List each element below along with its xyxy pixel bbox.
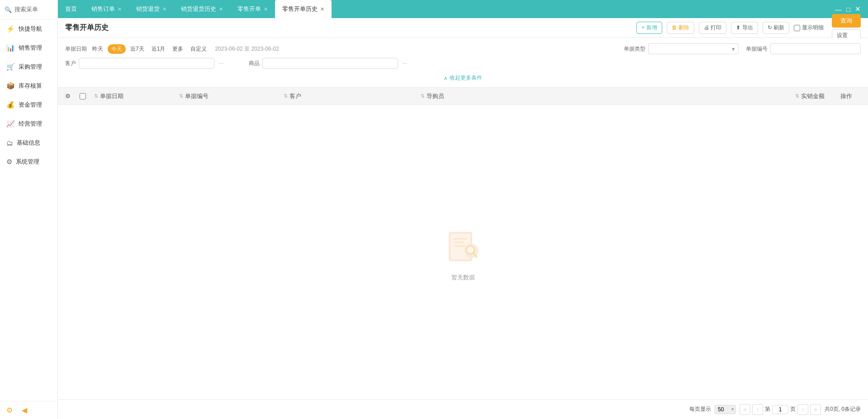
date-filter: 单据日期 昨天今天近7天近1月更多自定义 2023-06-02 至 2023-0… (65, 44, 279, 54)
th-date-label: 单据日期 (100, 92, 123, 100)
tab-retail-open[interactable]: 零售开单✕ (230, 0, 275, 18)
date-buttons: 昨天今天近7天近1月更多自定义 (90, 44, 209, 54)
th-num-label: 单据编号 (185, 92, 209, 100)
close-btn[interactable]: ✕ (855, 5, 861, 13)
page-nav: « ‹ 第 页 › » (740, 404, 821, 415)
tab-label-retail-open-history: 零售开单历史 (282, 5, 318, 13)
search-icon: 🔍 (5, 6, 12, 13)
show-detail-label[interactable]: 显示明细 (794, 24, 824, 32)
date-btn-last1m[interactable]: 近1月 (149, 44, 168, 54)
tab-label-retail-open: 零售开单 (237, 5, 261, 13)
tab-close-sales-return-history[interactable]: ✕ (219, 6, 223, 12)
sidebar-item-inventory[interactable]: 📦库存核算 (0, 76, 57, 95)
sort-customer-icon[interactable]: ⇅ (284, 93, 288, 99)
order-num-filter: 单据编号 (746, 43, 861, 54)
maximize-btn[interactable]: □ (846, 5, 850, 13)
sidebar-item-quick-nav[interactable]: ⚡快捷导航 (0, 19, 57, 38)
tab-sales-order[interactable]: 销售订单✕ (84, 0, 129, 18)
svg-rect-2 (453, 238, 467, 240)
page-input[interactable] (772, 405, 788, 414)
sidebar-item-finance[interactable]: 💰资金管理 (0, 95, 57, 114)
th-check[interactable] (76, 93, 90, 99)
delete-button[interactable]: 🗑 删除 (667, 22, 694, 34)
sort-date-icon[interactable]: ⇅ (94, 93, 98, 99)
sidebar-icon-purchase-mgmt: 🛒 (6, 63, 15, 71)
tab-sales-return-history[interactable]: 销货退货历史✕ (174, 0, 230, 18)
tab-sales-return[interactable]: 销货退货✕ (129, 0, 174, 18)
show-detail-checkbox[interactable] (794, 25, 800, 31)
th-amount: ⇅ 实销金额 (756, 92, 828, 100)
tab-close-sales-order[interactable]: ✕ (118, 6, 122, 12)
sidebar-icon-quick-nav: ⚡ (6, 25, 15, 33)
sidebar-item-purchase-mgmt[interactable]: 🛒采购管理 (0, 57, 57, 76)
sidebar-item-basic-info[interactable]: 🗂基础信息 (0, 133, 57, 152)
filter-row-1: 单据日期 昨天今天近7天近1月更多自定义 2023-06-02 至 2023-0… (65, 43, 861, 54)
sidebar-item-biz-mgmt[interactable]: 📈经营管理 (0, 114, 57, 133)
customer-input[interactable] (79, 58, 214, 69)
sidebar-label-purchase-mgmt: 采购管理 (19, 63, 42, 71)
minimize-btn[interactable]: — (835, 5, 842, 13)
empty-text: 暂无数据 (451, 273, 475, 282)
customer-ellipsis[interactable]: ··· (219, 60, 223, 66)
prev-page-btn[interactable]: ‹ (752, 404, 763, 415)
th-guide-label: 导购员 (427, 92, 444, 100)
sidebar-item-sales-mgmt[interactable]: 📊销售管理 (0, 38, 57, 57)
page-label-post: 页 (790, 405, 796, 413)
sidebar-collapse-icon[interactable]: ◀ (22, 406, 27, 414)
tab-close-sales-return[interactable]: ✕ (162, 6, 166, 12)
print-button[interactable]: 🖨 打印 (699, 22, 726, 34)
collapse-icon: ∧ (444, 75, 448, 81)
query-button[interactable]: 查询 (832, 14, 861, 28)
sidebar-label-quick-nav: 快捷导航 (19, 25, 42, 33)
page-size-select[interactable]: 50 10 20 100 (715, 405, 736, 414)
filter-area: 单据日期 昨天今天近7天近1月更多自定义 2023-06-02 至 2023-0… (58, 38, 868, 88)
tab-retail-open-history[interactable]: 零售开单历史✕ (275, 0, 332, 18)
collapse-bar[interactable]: ∧ 收起更多条件 (65, 72, 861, 84)
sidebar-label-inventory: 库存核算 (19, 82, 42, 90)
sidebar-icon-sales-mgmt: 📊 (6, 44, 15, 52)
sort-guide-icon[interactable]: ⇅ (421, 93, 425, 99)
select-all-checkbox[interactable] (80, 93, 86, 99)
order-num-input[interactable] (770, 43, 861, 54)
sidebar-icon-biz-mgmt: 📈 (6, 120, 15, 128)
tab-home[interactable]: 首页 (58, 0, 84, 18)
goods-input[interactable] (262, 58, 398, 69)
sidebar-settings-icon[interactable]: ⚙ (6, 406, 13, 414)
filter-row-2: 客户 ··· 商品 ··· (65, 58, 861, 69)
export-button[interactable]: ⬆ 导出 (731, 22, 758, 34)
th-settings[interactable]: ⚙ (62, 93, 76, 99)
date-btn-yesterday[interactable]: 昨天 (90, 44, 106, 54)
tabs-bar: 首页销售订单✕销货退货✕销货退货历史✕零售开单✕零售开单历史✕ — □ ✕ (58, 0, 868, 18)
date-btn-custom[interactable]: 自定义 (188, 44, 209, 54)
sidebar-search-label: 搜索采单 (14, 5, 38, 14)
tab-close-retail-open[interactable]: ✕ (264, 6, 268, 12)
table-area: ⚙ ⇅ 单据日期 ⇅ 单据编号 ⇅ 客户 ⇅ 导购员 ⇅ (58, 88, 868, 399)
page-label-pre: 第 (765, 405, 770, 413)
th-action: 操作 (828, 92, 864, 100)
last-page-btn[interactable]: » (810, 404, 821, 415)
sidebar-label-finance: 资金管理 (19, 101, 42, 109)
tab-label-sales-return-history: 销货退货历史 (181, 5, 216, 13)
order-type-select[interactable] (648, 43, 739, 54)
date-filter-label: 单据日期 (65, 45, 87, 53)
goods-ellipsis[interactable]: ··· (403, 60, 407, 66)
sort-amount-icon[interactable]: ⇅ (795, 93, 799, 99)
tab-close-retail-open-history[interactable]: ✕ (320, 6, 324, 12)
th-customer: ⇅ 客户 (280, 92, 417, 100)
first-page-btn[interactable]: « (740, 404, 750, 415)
date-range-display: 2023-06-02 至 2023-06-02 (215, 45, 279, 53)
svg-rect-4 (453, 245, 466, 247)
date-btn-today[interactable]: 今天 (108, 44, 126, 54)
date-btn-more[interactable]: 更多 (170, 44, 186, 54)
sidebar-search[interactable]: 🔍 搜索采单 (0, 0, 57, 19)
sidebar-icon-sys-mgmt: ⚙ (6, 158, 12, 166)
refresh-button[interactable]: ↻ 刷新 (763, 22, 789, 34)
date-btn-last7[interactable]: 近7天 (128, 44, 147, 54)
svg-rect-3 (453, 242, 464, 243)
new-button[interactable]: + 新增 (636, 22, 662, 34)
tab-label-home: 首页 (65, 5, 77, 13)
sort-num-icon[interactable]: ⇅ (179, 93, 183, 99)
sidebar-item-sys-mgmt[interactable]: ⚙系统管理 (0, 152, 57, 171)
main-content: 首页销售订单✕销货退货✕销货退货历史✕零售开单✕零售开单历史✕ — □ ✕ 零售… (58, 0, 868, 419)
next-page-btn[interactable]: › (797, 404, 808, 415)
